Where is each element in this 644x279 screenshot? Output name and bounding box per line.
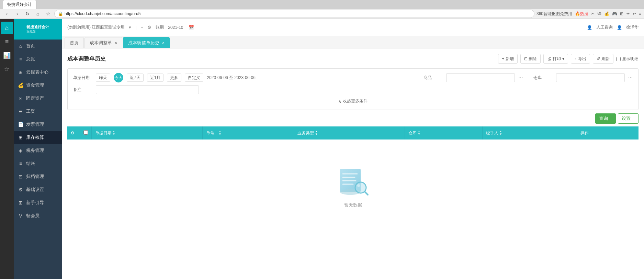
th-handler[interactable]: 经手人 ▲▼ bbox=[483, 126, 577, 140]
th-biz-type[interactable]: 业务类型 ▲▼ bbox=[294, 126, 405, 140]
guide-icon: ⊞ bbox=[18, 200, 23, 205]
goods-input[interactable] bbox=[446, 73, 515, 82]
th-warehouse-label: 仓库 bbox=[408, 130, 417, 136]
invoice-icon: 📄 bbox=[18, 122, 23, 127]
fixed-assets-icon: ⊡ bbox=[18, 96, 23, 101]
dropdown-icon[interactable]: ▾ bbox=[129, 25, 131, 30]
th-handler-label: 经手人 bbox=[486, 130, 498, 136]
date-btn-yesterday[interactable]: 昨天 bbox=[96, 74, 110, 82]
th-settings[interactable]: ⚙ bbox=[67, 126, 80, 140]
browser-tab[interactable]: 畅捷通好会计 bbox=[3, 0, 36, 9]
date-btn-1month[interactable]: 近1月 bbox=[147, 74, 164, 82]
sidebar-item-home[interactable]: ⌂ 首页 bbox=[14, 40, 62, 53]
sidebar-item-inventory[interactable]: ⊞ 库存核算 bbox=[14, 131, 62, 144]
show-col-checkbox[interactable] bbox=[616, 57, 621, 61]
icon-bar-star[interactable]: ☆ bbox=[1, 63, 13, 75]
settings-icon: ⚙ bbox=[18, 187, 23, 192]
tax-icon: ◈ bbox=[18, 148, 23, 153]
th-number[interactable]: 单号... ▲▼ bbox=[202, 126, 294, 140]
tab-cost-adjust-history[interactable]: 成本调整单历史 × bbox=[123, 37, 170, 48]
empty-state: 暂无数据 bbox=[67, 140, 639, 236]
sidebar-item-payroll[interactable]: ≣ 工资 bbox=[14, 105, 62, 118]
export-button[interactable]: ↑ 导出 bbox=[571, 54, 590, 64]
service-label[interactable]: 人工咨询 bbox=[596, 24, 613, 30]
sidebar-item-tax[interactable]: ◈ 税务管理 bbox=[14, 144, 62, 157]
hot-search-icon: 🔥热搜 bbox=[575, 11, 588, 17]
back-button[interactable]: ‹ bbox=[3, 10, 11, 18]
sidebar-item-archive[interactable]: ⊡ 归档管理 bbox=[14, 170, 62, 183]
goods-more-icon[interactable]: ··· bbox=[518, 75, 523, 81]
warehouse-input[interactable] bbox=[556, 73, 625, 82]
tab-home[interactable]: 首页 bbox=[65, 37, 84, 48]
print-button[interactable]: 🖨 打印 ▾ bbox=[543, 54, 568, 64]
warehouse-sort-arrows[interactable]: ▲▼ bbox=[418, 130, 420, 136]
th-actions: 操作 bbox=[577, 126, 639, 140]
service-icon: 👤 bbox=[587, 25, 592, 30]
sidebar-item-reports[interactable]: ⊞ 云报表中心 bbox=[14, 66, 62, 79]
reload-button[interactable]: ↻ bbox=[23, 10, 32, 18]
brightness-icon: ☀ bbox=[626, 11, 630, 16]
sidebar-label-accounting: 结账 bbox=[26, 160, 35, 167]
sidebar-item-guide[interactable]: ⊞ 新手引导 bbox=[14, 196, 62, 209]
biz-type-sort-arrows[interactable]: ▲▼ bbox=[315, 130, 318, 136]
th-warehouse[interactable]: 仓库 ▲▼ bbox=[405, 126, 483, 140]
date-btn-7days[interactable]: 近7天 bbox=[127, 74, 144, 82]
sidebar-label-funds: 资金管理 bbox=[26, 82, 44, 88]
date-btn-more[interactable]: 更多 bbox=[167, 74, 181, 82]
page-content: 成本调整单历史 + 新增 ⊡ 删除 🖨 打印 ▾ ↑ 导出 ↺ bbox=[62, 48, 644, 279]
date-sort-arrows[interactable]: ▲▼ bbox=[113, 130, 115, 136]
warehouse-more-icon[interactable]: ··· bbox=[628, 75, 633, 81]
refresh-button[interactable]: ↺ 刷新 bbox=[593, 54, 613, 64]
home-button[interactable]: ⌂ bbox=[34, 10, 42, 18]
sidebar-item-invoice[interactable]: 📄 发票管理 bbox=[14, 118, 62, 131]
sidebar-logo-text: 畅捷通好会计 bbox=[26, 24, 49, 30]
date-filter-label: 单据日期 bbox=[73, 75, 92, 81]
select-all-checkbox[interactable] bbox=[83, 130, 88, 135]
th-checkbox[interactable] bbox=[80, 126, 91, 140]
tab-cost-adjust-history-close[interactable]: × bbox=[162, 41, 165, 45]
icon-bar-home[interactable]: ⌂ bbox=[1, 22, 13, 34]
date-btn-today[interactable]: 今天 bbox=[114, 73, 123, 82]
calendar-icon[interactable]: 📅 bbox=[189, 25, 194, 30]
sidebar-item-member[interactable]: V 畅会员 bbox=[14, 209, 62, 222]
query-button[interactable]: 查询 bbox=[595, 113, 616, 124]
date-btn-custom[interactable]: 自定义 bbox=[185, 74, 203, 82]
app-container: ⌂ ≡ 📊 ☆ 畅捷通好会计 旗舰版 ⌂ 首页 ≡ 总账 ⊞ 云报表中心 bbox=[0, 19, 644, 279]
number-sort-arrows[interactable]: ▲▼ bbox=[219, 130, 222, 136]
sidebar-item-accounting[interactable]: ≡ 结账 bbox=[14, 157, 62, 170]
warehouse-filter-label: 仓库 bbox=[533, 75, 553, 81]
tabs-bar: 首页 成本调整单 × 成本调整单历史 × bbox=[62, 36, 644, 48]
sidebar-item-funds[interactable]: 💰 资金管理 bbox=[14, 79, 62, 92]
url-bar[interactable]: 🔒 https://cloud.chanjet.com/accounting/u… bbox=[54, 10, 534, 18]
period-label: 账期 bbox=[156, 24, 164, 30]
icon-bar-chart[interactable]: 📊 bbox=[1, 49, 13, 62]
star-button[interactable]: ☆ bbox=[44, 10, 52, 18]
icon-bar-list[interactable]: ≡ bbox=[1, 35, 13, 48]
goods-filter-label: 商品 bbox=[423, 75, 443, 81]
sidebar-item-ledger[interactable]: ≡ 总账 bbox=[14, 53, 62, 66]
show-col-check[interactable]: 显示明细 bbox=[616, 56, 639, 62]
remark-input[interactable] bbox=[96, 85, 199, 94]
forward-button[interactable]: › bbox=[13, 10, 21, 18]
delete-button[interactable]: ⊡ 删除 bbox=[520, 54, 541, 64]
reports-icon: ⊞ bbox=[18, 69, 23, 75]
add-button[interactable]: + bbox=[141, 25, 144, 30]
sidebar-logo-sub: 旗舰版 bbox=[26, 30, 49, 34]
tab-cost-adjust-close[interactable]: × bbox=[115, 41, 117, 45]
browser-toolbar: ‹ › ↻ ⌂ ☆ 🔒 https://cloud.chanjet.com/ac… bbox=[0, 9, 644, 19]
th-date[interactable]: 单据日期 ▲▼ bbox=[91, 126, 202, 140]
user-label: 徐泽华 bbox=[626, 24, 639, 30]
collapse-button[interactable]: ∧ 收起更多条件 bbox=[338, 98, 368, 104]
icon-bar: ⌂ ≡ 📊 ☆ bbox=[0, 19, 14, 279]
sidebar-item-fixed-assets[interactable]: ⊡ 固定资产 bbox=[14, 92, 62, 105]
app-header: (勿删勿禁用) 江西服宝测试专用 ▾ | + ⚙ 账期 2021-10 📅 👤 … bbox=[62, 19, 644, 36]
settings-button[interactable]: ⚙ bbox=[147, 25, 151, 30]
company-name: (勿删勿禁用) 江西服宝测试专用 bbox=[67, 24, 125, 30]
tab-cost-adjust[interactable]: 成本调整单 × bbox=[84, 37, 122, 48]
refresh-icon: ↺ bbox=[597, 56, 600, 61]
handler-sort-arrows[interactable]: ▲▼ bbox=[499, 130, 502, 136]
settings-filter-button[interactable]: 设置 bbox=[618, 113, 639, 124]
menu-icon: ≡ bbox=[639, 11, 641, 16]
new-button[interactable]: + 新增 bbox=[498, 54, 517, 64]
sidebar-item-settings[interactable]: ⚙ 基础设置 bbox=[14, 183, 62, 196]
